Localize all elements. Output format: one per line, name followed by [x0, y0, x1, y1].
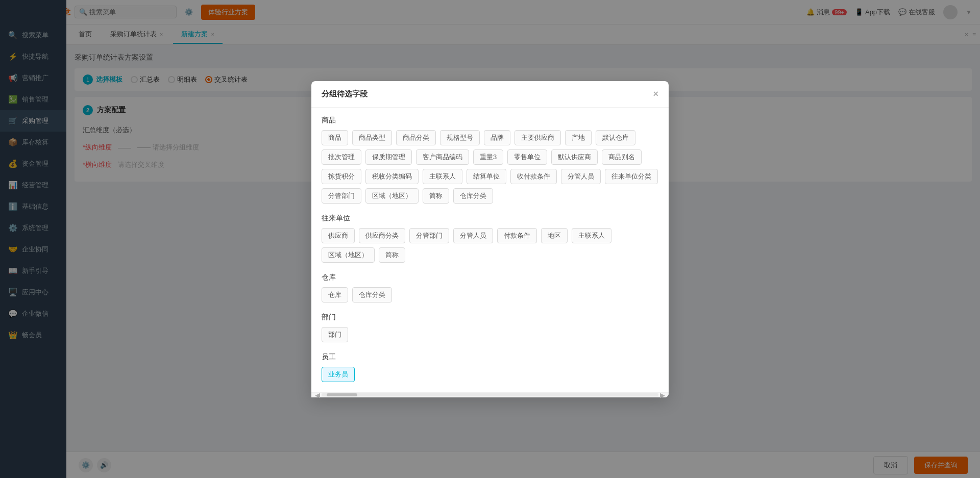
field-tag-product[interactable]: 商品	[322, 130, 348, 145]
group-title-employee: 员工	[322, 353, 658, 362]
field-tag-main-contact[interactable]: 主联系人	[423, 169, 462, 184]
scroll-thumb[interactable]	[327, 393, 357, 396]
field-tag-warehouse-category[interactable]: 仓库分类	[352, 287, 392, 303]
field-tag-default-supplier[interactable]: 默认供应商	[551, 149, 598, 165]
field-tag-department[interactable]: 部门	[322, 327, 348, 342]
field-tag-main-supplier[interactable]: 主要供应商	[514, 130, 561, 145]
field-tag-weight[interactable]: 重量3	[473, 149, 503, 165]
field-tag-region[interactable]: 区域（地区）	[365, 188, 419, 204]
field-tag-short-name[interactable]: 简称	[423, 188, 449, 204]
field-tag-origin[interactable]: 产地	[565, 130, 592, 145]
field-tag-spec[interactable]: 规格型号	[440, 130, 480, 145]
modal-horizontal-scrollbar[interactable]: ◀ ▶	[311, 392, 669, 397]
field-tag-product-type[interactable]: 商品类型	[352, 130, 392, 145]
field-tag-default-warehouse[interactable]: 默认仓库	[596, 130, 635, 145]
field-group-product: 商品 商品 商品类型 商品分类 规格型号 品牌 主要供应商 产地 默认仓库 批次…	[322, 116, 658, 204]
field-tag-pick-points[interactable]: 拣货积分	[322, 169, 361, 184]
product-field-tags: 商品 商品类型 商品分类 规格型号 品牌 主要供应商 产地 默认仓库 批次管理 …	[322, 130, 658, 204]
modal-close-button[interactable]: ×	[653, 89, 658, 98]
field-tag-short-name2[interactable]: 简称	[379, 247, 405, 263]
field-tag-partner-dept[interactable]: 分管部门	[409, 228, 449, 243]
field-tag-warehouse[interactable]: 仓库	[322, 287, 348, 303]
group-title-product: 商品	[322, 116, 658, 125]
field-tag-shelf-life[interactable]: 保质期管理	[365, 149, 412, 165]
field-tag-region2[interactable]: 区域（地区）	[322, 247, 375, 263]
field-tag-payment-terms[interactable]: 收付款条件	[510, 169, 557, 184]
field-tag-manager[interactable]: 分管人员	[561, 169, 601, 184]
field-tag-alias[interactable]: 商品别名	[602, 149, 642, 165]
dept-field-tags: 部门	[322, 327, 658, 342]
field-tag-partner-manager[interactable]: 分管人员	[453, 228, 493, 243]
modal-title: 分组待选字段	[322, 89, 368, 99]
field-tag-supplier-category[interactable]: 供应商分类	[359, 228, 405, 243]
scroll-right[interactable]: ▶	[658, 391, 667, 399]
field-tag-customer-code[interactable]: 客户商品编码	[416, 149, 469, 165]
scroll-track[interactable]	[322, 393, 658, 396]
modal-overlay: 分组待选字段 × 商品 商品 商品类型 商品分类 规格型号 品牌 主要供应商 产…	[0, 0, 980, 478]
field-tag-supplier[interactable]: 供应商	[322, 228, 355, 243]
field-tag-warehouse-cat[interactable]: 仓库分类	[453, 188, 493, 204]
field-tag-settlement-unit[interactable]: 结算单位	[467, 169, 506, 184]
group-title-dept: 部门	[322, 313, 658, 322]
field-tag-area[interactable]: 地区	[541, 228, 568, 243]
field-group-employee: 员工 业务员	[322, 353, 658, 382]
employee-field-tags: 业务员	[322, 367, 658, 382]
field-tag-retail-unit[interactable]: 零售单位	[507, 149, 547, 165]
field-tag-dept[interactable]: 分管部门	[322, 188, 361, 204]
field-tag-partner-category[interactable]: 往来单位分类	[605, 169, 658, 184]
field-tag-salesperson[interactable]: 业务员	[322, 367, 355, 382]
modal-body[interactable]: 商品 商品 商品类型 商品分类 规格型号 品牌 主要供应商 产地 默认仓库 批次…	[311, 108, 669, 392]
field-tag-product-category[interactable]: 商品分类	[396, 130, 436, 145]
group-title-partner: 往来单位	[322, 214, 658, 223]
field-group-dept: 部门 部门	[322, 313, 658, 342]
field-group-partner: 往来单位 供应商 供应商分类 分管部门 分管人员 付款条件 地区 主联系人 区域…	[322, 214, 658, 263]
field-select-modal: 分组待选字段 × 商品 商品 商品类型 商品分类 规格型号 品牌 主要供应商 产…	[311, 81, 669, 397]
modal-header: 分组待选字段 ×	[311, 81, 669, 108]
field-group-warehouse: 仓库 仓库 仓库分类	[322, 273, 658, 303]
field-tag-main-contact2[interactable]: 主联系人	[572, 228, 611, 243]
field-tag-brand[interactable]: 品牌	[484, 130, 510, 145]
field-tag-batch[interactable]: 批次管理	[322, 149, 361, 165]
field-tag-payment-condition[interactable]: 付款条件	[497, 228, 537, 243]
group-title-warehouse: 仓库	[322, 273, 658, 282]
scroll-left[interactable]: ◀	[313, 391, 322, 399]
partner-field-tags: 供应商 供应商分类 分管部门 分管人员 付款条件 地区 主联系人 区域（地区） …	[322, 228, 658, 263]
field-tag-tax-code[interactable]: 税收分类编码	[365, 169, 419, 184]
warehouse-field-tags: 仓库 仓库分类	[322, 287, 658, 303]
